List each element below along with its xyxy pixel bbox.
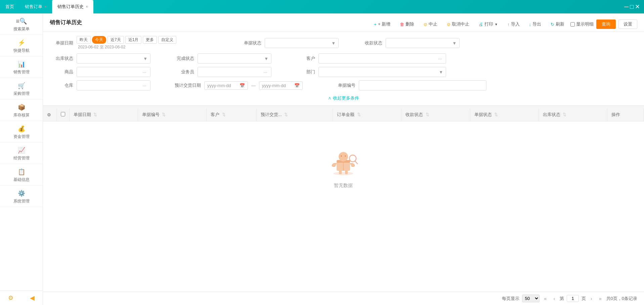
last-page-button[interactable]: »	[597, 295, 604, 302]
date-btn-today[interactable]: 今天	[92, 36, 106, 44]
sidebar-item-search-menu-label: 搜索菜单	[13, 26, 30, 32]
date-btn-last1m[interactable]: 近1月	[125, 36, 142, 44]
sidebar-item-quick-nav[interactable]: ⚡ 快捷导航	[0, 35, 43, 56]
complete-status-select[interactable]: ▼	[198, 53, 271, 64]
export-button[interactable]: ↓ 导出	[526, 20, 545, 29]
outstock-label: 出库状态	[50, 55, 77, 62]
inventory-check-icon: 📦	[18, 104, 25, 111]
sidebar-item-sales-mgmt[interactable]: 📊 销售管理	[0, 56, 43, 78]
sidebar-item-quick-nav-label: 快捷导航	[13, 48, 30, 53]
delete-button[interactable]: 🗑 删除	[396, 20, 418, 29]
delivery-date-to[interactable]: yyyy-mm-dd 📅	[259, 81, 303, 90]
close-window-icon[interactable]: ✕	[635, 3, 640, 10]
refresh-label: 刷新	[556, 21, 564, 27]
date-btn-custom[interactable]: 自定义	[158, 36, 176, 44]
stop-button[interactable]: ⊘ 中止	[420, 20, 441, 29]
prev-page-button[interactable]: ‹	[551, 295, 557, 302]
th-bill-no[interactable]: 单据编号 ⇅	[138, 108, 206, 121]
tab-sales-order[interactable]: 销售订单 ×	[19, 0, 52, 13]
th-bill-date[interactable]: 单据日期 ⇅	[69, 108, 138, 121]
bill-status-select[interactable]: ▼	[265, 38, 339, 48]
sidebar-item-capital-mgmt[interactable]: 💰 资金管理	[0, 121, 43, 143]
bill-no-control	[359, 80, 486, 90]
minimize-icon[interactable]: ─	[624, 3, 629, 10]
select-all-checkbox[interactable]	[61, 112, 65, 116]
th-payment-status[interactable]: 收款状态 ⇅	[401, 108, 470, 121]
calendar-from-icon[interactable]: 📅	[240, 83, 245, 88]
query-button[interactable]: 查询	[596, 20, 616, 29]
outstock-status-select[interactable]: ▼	[77, 53, 151, 64]
sort-bill-no-icon: ⇅	[162, 112, 166, 117]
payment-status-select[interactable]: ▼	[386, 38, 460, 48]
sort-bill-status-icon: ⇅	[494, 112, 498, 117]
sidebar-item-inventory-check[interactable]: 📦 库存核算	[0, 100, 43, 121]
tab-sales-order-close[interactable]: ×	[44, 4, 47, 9]
bill-no-input[interactable]	[359, 80, 486, 90]
warehouse-dots-icon[interactable]: ···	[141, 83, 147, 88]
setting-button[interactable]: 设置	[618, 20, 637, 29]
svg-point-4	[339, 152, 348, 161]
dept-select[interactable]: ▼	[318, 67, 446, 77]
complete-label: 完成状态	[171, 55, 198, 62]
add-button[interactable]: + + 新增	[371, 20, 394, 29]
customer-select[interactable]: ···	[318, 53, 446, 64]
sidebar-item-purchase-mgmt[interactable]: 🛒 采购管理	[0, 78, 43, 100]
tab-sales-order-history-close[interactable]: ×	[86, 4, 88, 9]
salesman-select[interactable]: ···	[198, 67, 271, 77]
import-button[interactable]: ↑ 导入	[504, 20, 523, 29]
salesman-dots-icon[interactable]: ···	[262, 70, 268, 75]
sidebar-item-sales-mgmt-label: 销售管理	[13, 69, 30, 75]
th-setting[interactable]: ⚙	[43, 108, 56, 121]
cancel-stop-button[interactable]: ⊘ 取消中止	[443, 20, 473, 29]
date-btn-more[interactable]: 更多	[143, 36, 157, 44]
print-icon: 🖨	[479, 22, 483, 27]
sidebar-item-inventory-check-label: 库存核算	[13, 112, 30, 118]
warehouse-select[interactable]: ···	[77, 80, 151, 90]
dept-arrow-icon: ▼	[439, 70, 443, 75]
add-label: + 新增	[378, 21, 390, 27]
dept-control: ▼	[318, 67, 446, 77]
refresh-button[interactable]: ↻ 刷新	[547, 20, 568, 29]
sidebar-item-basic-info[interactable]: 📋 基础信息	[0, 164, 43, 186]
th-bill-status[interactable]: 单据状态 ⇅	[470, 108, 539, 121]
outstock-arrow-icon: ▼	[143, 56, 147, 61]
calendar-to-icon[interactable]: 📅	[294, 83, 300, 88]
sidebar-item-business-mgmt[interactable]: 📈 经营管理	[0, 143, 43, 164]
date-btn-last7[interactable]: 近7天	[108, 36, 124, 44]
th-checkbox[interactable]	[56, 108, 69, 121]
page-size-select[interactable]: 50 10 20 100	[522, 295, 540, 302]
next-page-button[interactable]: ›	[589, 295, 594, 302]
window-controls: ─ □ ✕	[624, 3, 644, 10]
sidebar-item-system-mgmt[interactable]: ⚙️ 系统管理	[0, 186, 43, 207]
sidebar-item-search-menu[interactable]: ≡🔍 搜索菜单	[0, 13, 43, 35]
date-btn-yesterday[interactable]: 昨天	[77, 36, 91, 44]
display-toggle[interactable]: 显示明细	[570, 21, 594, 27]
maximize-icon[interactable]: □	[630, 3, 634, 10]
print-button[interactable]: 🖨 打印 ▼	[475, 20, 501, 29]
tab-sales-order-history[interactable]: 销售订单历史 ×	[52, 0, 93, 13]
th-outstock-status[interactable]: 出库状态 ⇅	[539, 108, 607, 121]
product-select[interactable]: ···	[77, 67, 151, 77]
th-order-amount[interactable]: 订单金额 ⇅	[333, 108, 401, 121]
customer-dots-icon[interactable]: ···	[437, 56, 443, 61]
sidebar-collapse-icon[interactable]: ◀	[30, 294, 35, 302]
sort-payment-icon: ⇅	[426, 112, 429, 117]
delivery-date-from[interactable]: yyyy-mm-dd 📅	[204, 81, 248, 90]
capital-mgmt-icon: 💰	[18, 125, 25, 132]
product-label: 商品	[50, 69, 77, 75]
th-delivery-date[interactable]: 预计交货... ⇅	[256, 108, 333, 121]
sidebar-settings-icon[interactable]: ⚙	[8, 294, 13, 302]
tab-home[interactable]: 首页	[0, 0, 19, 13]
date-shortcuts-control: 昨天 今天 近7天 近1月 更多 自定义 2023-06-02 至 2023-0…	[77, 36, 218, 50]
delivery-date-label: 预计交货日期	[171, 82, 204, 88]
complete-control: ▼	[198, 53, 271, 64]
export-icon: ↓	[529, 22, 531, 27]
first-page-button[interactable]: «	[542, 295, 549, 302]
display-toggle-checkbox[interactable]	[570, 22, 575, 27]
complete-arrow-icon: ▼	[264, 56, 268, 61]
page-number-input[interactable]	[567, 295, 579, 302]
product-dots-icon[interactable]: ···	[141, 70, 147, 75]
collapse-bar[interactable]: ∧ 收起更多条件	[50, 94, 637, 101]
date-range-display: 2023-06-02 至 2023-06-02	[78, 44, 125, 50]
th-customer[interactable]: 客户 ⇅	[206, 108, 256, 121]
